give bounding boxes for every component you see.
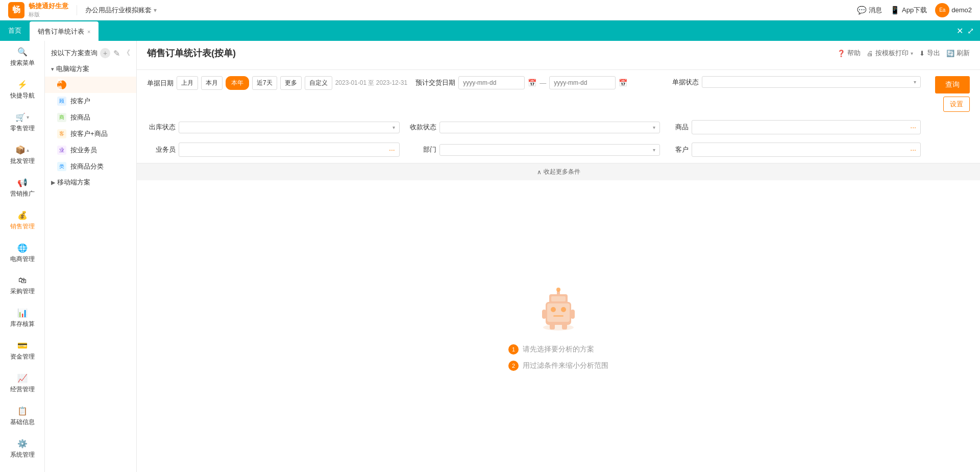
query-btn[interactable]: 查询 [935, 76, 970, 93]
date-btn-this-month[interactable]: 本月 [201, 76, 223, 90]
wholesale-icon: 📦 [15, 145, 26, 155]
settings-btn[interactable]: 设置 [943, 97, 970, 112]
receipt-filter-group: 收款状态 ▾ [408, 122, 660, 133]
left-panel-icons: + ✎ 《 [100, 48, 130, 58]
sidebar-item-operations[interactable]: 📈 经营管理 [0, 367, 44, 400]
refresh-btn[interactable]: 🔄 刷新 [946, 49, 970, 58]
outbound-select[interactable]: ▾ [179, 122, 400, 133]
edit-scheme-icon[interactable]: ✎ [113, 49, 120, 58]
sidebar-item-inventory[interactable]: 📊 库存核算 [0, 302, 44, 335]
calendar-icon-1: 📅 [528, 79, 536, 87]
salesperson-label: 业务员 [147, 145, 176, 154]
scheme-group-mobile-title[interactable]: ▶ 移动端方案 [45, 175, 136, 190]
sidebar-item-sales[interactable]: 💰 销售管理 [0, 204, 44, 237]
empty-illustration [528, 281, 589, 334]
scheme-item-by-category[interactable]: 类 按商品分类 [45, 158, 136, 175]
window-maximize-icon[interactable]: ⤢ [967, 26, 974, 36]
svg-rect-2 [547, 303, 570, 322]
svg-point-3 [551, 307, 556, 312]
sidebar-item-ecommerce[interactable]: 🌐 电商管理 [0, 237, 44, 270]
scheme-item-by-product[interactable]: 商 按商品 [45, 109, 136, 126]
scheme-group-pc-title[interactable]: ▾ 电脑端方案 [45, 61, 136, 77]
help-btn[interactable]: ❓ 帮助 [837, 49, 861, 58]
salesperson-filter-group: 业务员 ··· [147, 143, 400, 157]
sidebar-item-quick-nav[interactable]: ⚡ 快捷导航 [0, 74, 44, 106]
empty-tip-1: 1 请先选择要分析的方案 [508, 344, 608, 355]
app-logo: 畅 [8, 2, 24, 18]
empty-state: 1 请先选择要分析的方案 2 用过滤条件来缩小分析范围 [137, 180, 980, 472]
receipt-select-arrow: ▾ [653, 125, 655, 130]
svg-rect-9 [562, 323, 567, 329]
date-btn-last-7[interactable]: 近7天 [252, 76, 277, 90]
goods-input[interactable]: ··· [692, 120, 921, 134]
expected-date-from[interactable] [458, 76, 525, 89]
receipt-label: 收款状态 [408, 123, 436, 132]
scheme-item-by-customer[interactable]: 顾 按客户 [45, 93, 136, 109]
print-icon: 🖨 [867, 50, 873, 57]
retail-icon: 🛒 [15, 112, 26, 122]
status-select[interactable]: ▾ [702, 76, 921, 88]
tab-sales-stats[interactable]: 销售订单统计表 × [30, 21, 99, 42]
page-actions: ❓ 帮助 🖨 按模板打印 ▾ ⬇ 导出 🔄 [837, 49, 970, 58]
sidebar-item-wholesale[interactable]: 📦 ▴ 批发管理 [0, 139, 44, 172]
sidebar-item-purchase[interactable]: 🛍 采购管理 [0, 270, 44, 302]
filter-row-3: 业务员 ··· 部门 ▾ [147, 138, 970, 163]
purchase-icon: 🛍 [18, 276, 27, 285]
marketing-icon: 📢 [17, 178, 28, 187]
tab-home[interactable]: 首页 [0, 20, 30, 41]
export-btn[interactable]: ⬇ 导出 [919, 49, 940, 58]
scheme-item-by-cust-prod[interactable]: 客 按客户+商品 [45, 126, 136, 142]
sidebar-item-finance[interactable]: 💳 资金管理 [0, 335, 44, 367]
operations-icon: 📈 [17, 373, 28, 383]
sidebar-item-system[interactable]: ⚙️ 系统管理 [0, 433, 44, 465]
add-scheme-icon[interactable]: + [100, 48, 110, 58]
date-range-dash: — [540, 79, 546, 87]
scheme-item-by-salesperson[interactable]: 业 按业务员 [45, 142, 136, 158]
message-btn[interactable]: 💬 消息 [857, 6, 882, 15]
svg-point-0 [543, 324, 574, 331]
date-btn-this-year[interactable]: 本年 [226, 76, 249, 90]
scheme-item-by-order[interactable]: 按单 [45, 77, 136, 93]
tab-close-btn[interactable]: × [87, 29, 90, 35]
goods-label: 商品 [668, 123, 689, 132]
salesperson-more-icon: ··· [389, 146, 395, 154]
search-icon: 🔍 [17, 47, 28, 57]
svg-point-13 [556, 288, 560, 292]
dept-select[interactable]: ▾ [439, 144, 660, 156]
workspace-selector[interactable]: 办公用品行业模拟账套 ▾ [85, 6, 157, 15]
quick-nav-icon: ⚡ [17, 80, 28, 89]
customer-input[interactable]: ··· [692, 143, 921, 157]
date-btn-more[interactable]: 更多 [280, 76, 302, 90]
sidebar-item-marketing[interactable]: 📢 营销推广 [0, 172, 44, 204]
query-btn-area: 查询 设置 [929, 76, 970, 112]
collapse-panel-icon[interactable]: 《 [123, 49, 130, 58]
basic-icon: 📋 [17, 406, 28, 416]
print-arrow-icon: ▾ [911, 51, 913, 56]
expected-date-to[interactable] [549, 76, 616, 89]
outbound-filter-group: 出库状态 ▾ [147, 122, 400, 133]
template-print-btn[interactable]: 🖨 按模板打印 ▾ [867, 49, 913, 58]
inventory-icon: 📊 [17, 308, 28, 318]
filter-section: 单据日期 上月 本月 本年 近7天 更多 自定义 2023-01-01 至 20… [137, 70, 980, 163]
salesperson-input[interactable]: ··· [179, 143, 400, 157]
page-header: 销售订单统计表(按单) ❓ 帮助 🖨 按模板打印 ▾ ⬇ [137, 41, 980, 70]
sidebar-item-search-menu[interactable]: 🔍 搜索菜单 [0, 41, 44, 74]
scheme-by-order-icon: 按单 [57, 80, 66, 89]
date-btn-custom[interactable]: 自定义 [305, 76, 332, 90]
header-right: 💬 消息 📱 App下载 Ea demo2 [857, 3, 972, 17]
app-download-btn[interactable]: 📱 App下载 [890, 6, 927, 15]
sidebar-item-basic[interactable]: 📋 基础信息 [0, 400, 44, 433]
svg-rect-6 [542, 310, 546, 319]
window-close-icon[interactable]: ✕ [957, 26, 963, 36]
sidebar-item-enterprise[interactable]: 👥 企业协同 [0, 465, 44, 472]
sidebar-item-retail[interactable]: 🛒 ▾ 零售管理 [0, 106, 44, 139]
collapse-bar[interactable]: ∧ 收起更多条件 [137, 163, 980, 180]
outbound-select-arrow: ▾ [393, 125, 395, 130]
scheme-by-customer-icon: 顾 [57, 97, 66, 106]
dept-select-arrow: ▾ [653, 147, 655, 153]
user-menu[interactable]: Ea demo2 [935, 3, 972, 17]
receipt-select[interactable]: ▾ [439, 122, 660, 133]
date-btn-last-month[interactable]: 上月 [177, 76, 198, 90]
page-title: 销售订单统计表(按单) [147, 47, 236, 59]
empty-tip-2: 2 用过滤条件来缩小分析范围 [508, 361, 608, 371]
